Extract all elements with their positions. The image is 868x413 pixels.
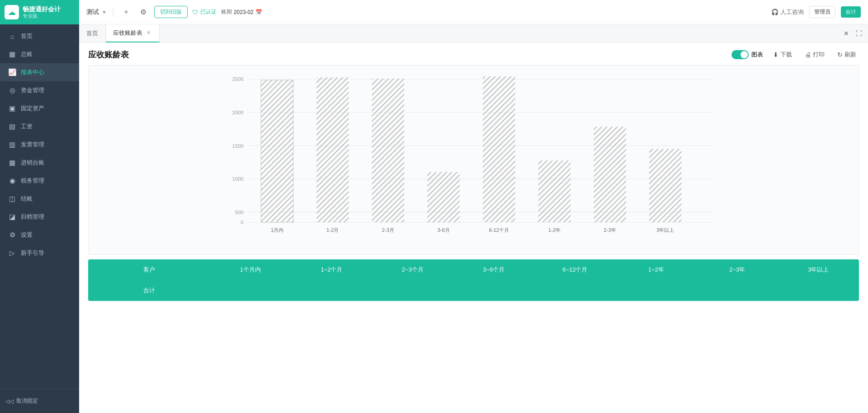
maximize-window-btn[interactable]: ⛶ <box>854 28 864 39</box>
sidebar-label-tax-mgmt: 税务管理 <box>21 177 44 185</box>
cancel-fix-label: 取消固定 <box>16 397 38 405</box>
sidebar-item-fixed-assets[interactable]: ▣ 固定资产 <box>0 99 79 117</box>
toggle-track[interactable] <box>731 50 749 59</box>
refresh-icon: ↻ <box>837 51 843 58</box>
table-header: 客户 1个月内 1~2个月 2~3个月 3~6个月 6~12个月 1~2年 2~… <box>88 259 859 301</box>
sidebar-item-guide[interactable]: ▷ 新手引导 <box>0 244 79 262</box>
svg-rect-16 <box>427 172 460 222</box>
settings-icon: ⚙ <box>8 231 16 239</box>
sidebar-label-fixed-assets: 固定资产 <box>21 104 44 113</box>
svg-text:2-3年: 2-3年 <box>604 227 616 233</box>
sidebar-item-archive-mgmt[interactable]: ◪ 归档管理 <box>0 208 79 226</box>
sidebar-label-purchase-sales: 进销台账 <box>21 159 44 167</box>
toggle-thumb <box>741 51 748 58</box>
closing-icon: ◫ <box>8 195 16 203</box>
sidebar-item-closing[interactable]: ◫ 结账 <box>0 190 79 208</box>
col-2-3year: 2~3年 <box>697 259 778 280</box>
svg-text:3-6月: 3-6月 <box>437 227 449 233</box>
col-1-2year: 1~2年 <box>616 259 697 280</box>
tab-ar-aging[interactable]: 应收账龄表 ✕ <box>106 24 160 42</box>
sidebar-item-home[interactable]: ⌂ 首页 <box>0 27 79 45</box>
col-2-3month: 2~3个月 <box>372 259 453 280</box>
sidebar-label-closing: 结账 <box>21 195 33 203</box>
settings-btn[interactable]: ⚙ <box>137 6 150 19</box>
sidebar-item-fund-mgmt[interactable]: ◎ 资金管理 <box>0 81 79 99</box>
logo-icon: ☁ <box>5 5 19 19</box>
admin-btn[interactable]: 管理员 <box>809 6 835 18</box>
sidebar-item-purchase-sales[interactable]: ▦ 进销台账 <box>0 154 79 172</box>
tab-ar-aging-label: 应收账龄表 <box>113 29 142 37</box>
col-3plus: 3年以上 <box>778 259 859 280</box>
svg-text:2000: 2000 <box>232 110 243 115</box>
col-3-6month: 3~6个月 <box>453 259 534 280</box>
divider-1 <box>113 8 113 17</box>
svg-rect-13 <box>261 80 293 222</box>
window-controls: ✕ ⛶ <box>837 24 868 42</box>
svg-rect-17 <box>483 76 515 222</box>
sidebar-item-settings[interactable]: ⚙ 设置 <box>0 226 79 244</box>
chart-container: 0 500 1000 1500 2000 2500 <box>88 65 859 255</box>
period-label: 账期 <box>221 8 232 16</box>
assets-icon: ▣ <box>8 104 16 113</box>
tab-home[interactable]: 首页 <box>79 24 106 42</box>
sidebar: ☁ 畅捷通好会计 专业版 ⌂ 首页 ▦ 总账 📈 报表中心 ◎ 资金管理 ▣ 固… <box>0 0 79 413</box>
svg-rect-19 <box>594 127 626 223</box>
col-1-2month: 1~2个月 <box>291 259 372 280</box>
app-name: 畅捷通好会计 <box>23 5 61 13</box>
chart-toggle[interactable]: 图表 <box>731 50 763 59</box>
svg-text:1-2年: 1-2年 <box>548 227 561 233</box>
switch-version-btn[interactable]: 切到旧版 <box>154 6 188 18</box>
download-label: 下载 <box>780 51 792 59</box>
company-selector[interactable]: 测试 ▼ <box>86 8 107 16</box>
tab-close-btn[interactable]: ✕ <box>145 29 152 36</box>
payroll-icon: ▤ <box>8 122 16 131</box>
bar-chart: 0 500 1000 1500 2000 2500 <box>102 75 845 241</box>
refresh-label: 刷新 <box>844 51 856 59</box>
print-label: 打印 <box>813 51 825 59</box>
table-container: 客户 1个月内 1~2个月 2~3个月 3~6个月 6~12个月 1~2年 2~… <box>88 259 859 301</box>
app-edition: 专业版 <box>23 13 61 19</box>
sidebar-item-tax-mgmt[interactable]: ◉ 税务管理 <box>0 172 79 190</box>
download-icon: ⬇ <box>773 51 778 58</box>
download-btn[interactable]: ⬇ 下载 <box>770 49 795 61</box>
print-icon: 🖨 <box>805 51 811 58</box>
page-wrapper: 应收账龄表 图表 ⬇ 下载 🖨 打印 <box>79 42 868 413</box>
sidebar-item-general-ledger[interactable]: ▦ 总账 <box>0 45 79 63</box>
service-btn[interactable]: 🎧 人工咨询 <box>771 8 804 16</box>
main-content: 测试 ▼ ＋ ⚙ 切到旧版 🛡 已认证 账期 2023-02 📅 🎧 人工咨询 … <box>79 0 868 413</box>
tax-icon: ◉ <box>8 177 16 185</box>
fund-icon: ◎ <box>8 86 16 94</box>
add-company-btn[interactable]: ＋ <box>120 6 132 19</box>
toggle-label: 图表 <box>751 51 763 59</box>
verified-badge: 🛡 已认证 <box>192 8 217 16</box>
guide-icon: ▷ <box>8 249 16 257</box>
sidebar-nav: ⌂ 首页 ▦ 总账 📈 报表中心 ◎ 资金管理 ▣ 固定资产 ▤ 工资 ▥ 发票… <box>0 24 79 389</box>
page-actions: 图表 ⬇ 下载 🖨 打印 ↻ 刷新 <box>731 49 859 61</box>
home-icon: ⌂ <box>8 33 16 40</box>
sidebar-item-report-center[interactable]: 📈 报表中心 <box>0 63 79 81</box>
headset-icon: 🎧 <box>771 9 778 15</box>
cancel-fix-btn[interactable]: ◁◁ 取消固定 <box>0 394 79 408</box>
content-area: 应收账龄表 图表 ⬇ 下载 🖨 打印 <box>79 42 868 413</box>
role-badge: 会计 <box>841 6 861 18</box>
period-selector[interactable]: 账期 2023-02 📅 <box>221 8 262 16</box>
svg-text:1-2月: 1-2月 <box>326 227 339 233</box>
tab-home-label: 首页 <box>86 29 98 38</box>
svg-rect-14 <box>316 77 349 222</box>
sidebar-item-invoice-mgmt[interactable]: ▥ 发票管理 <box>0 136 79 154</box>
print-btn[interactable]: 🖨 打印 <box>802 49 827 61</box>
sidebar-label-guide: 新手引导 <box>21 249 44 257</box>
col-1month: 1个月内 <box>210 259 291 280</box>
close-window-btn[interactable]: ✕ <box>841 28 852 39</box>
invoice-icon: ▥ <box>8 141 16 149</box>
sidebar-label-general-ledger: 总账 <box>21 50 33 58</box>
sidebar-label-report-center: 报表中心 <box>21 68 44 76</box>
svg-rect-20 <box>649 149 682 223</box>
sidebar-label-payroll: 工资 <box>21 122 33 131</box>
ledger-icon: ▦ <box>8 50 16 58</box>
page-header: 应收账龄表 图表 ⬇ 下载 🖨 打印 <box>79 42 868 65</box>
period-value: 2023-02 <box>234 9 254 15</box>
refresh-btn[interactable]: ↻ 刷新 <box>835 49 859 61</box>
svg-rect-18 <box>538 160 571 222</box>
sidebar-item-payroll[interactable]: ▤ 工资 <box>0 117 79 136</box>
